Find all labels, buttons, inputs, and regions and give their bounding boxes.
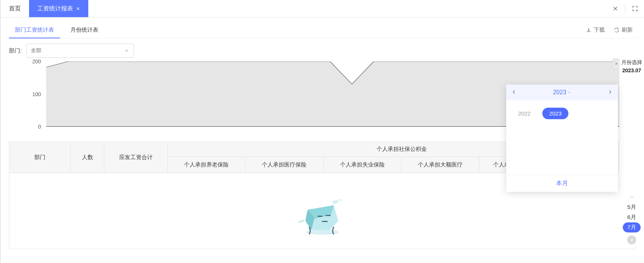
month-side-panel: 月份选择 2023.07 5月6月7月: [619, 55, 644, 244]
close-panel-icon[interactable]: [609, 3, 621, 15]
svg-rect-4: [322, 221, 328, 222]
dept-select[interactable]: 全部: [26, 44, 134, 58]
year-option[interactable]: 2022: [511, 108, 537, 119]
refresh-button[interactable]: 刷新: [614, 26, 633, 34]
ytick-100: 100: [32, 91, 41, 97]
scroll-down-icon[interactable]: [627, 235, 636, 244]
scroll-up-icon[interactable]: [629, 196, 635, 199]
this-month-button[interactable]: 本月: [506, 175, 618, 192]
empty-robot-icon: [296, 192, 349, 238]
year-display[interactable]: 2023: [553, 89, 571, 96]
close-icon[interactable]: ✕: [76, 6, 80, 12]
ytick-200: 200: [32, 58, 41, 64]
year-picker-popover: 2023 20222023 本月: [506, 85, 618, 192]
fullscreen-icon[interactable]: [629, 3, 641, 15]
divider: [625, 3, 625, 14]
svg-rect-3: [326, 215, 331, 216]
month-panel-current: 2023.07: [622, 67, 641, 73]
th-count: 人数: [71, 142, 104, 173]
month-option[interactable]: 6月: [623, 212, 640, 222]
ytick-0: 0: [38, 124, 41, 130]
month-option[interactable]: 5月: [623, 202, 640, 212]
chevron-down-icon: [124, 48, 129, 53]
download-button[interactable]: 下载: [586, 26, 605, 34]
download-icon: [586, 27, 591, 33]
next-year-icon[interactable]: [607, 89, 613, 96]
top-tabbar: 首页 工资统计报表 ✕: [1, 0, 644, 18]
refresh-icon: [614, 27, 619, 33]
month-option[interactable]: 7月: [623, 222, 640, 232]
collapse-panel-icon[interactable]: [613, 58, 619, 69]
th-sub-2: 个人承担失业保险: [324, 157, 402, 173]
tab-salary-report[interactable]: 工资统计报表 ✕: [29, 0, 88, 17]
th-total: 应发工资合计: [104, 142, 168, 173]
chevron-down-icon: [567, 91, 571, 94]
prev-year-icon[interactable]: [511, 89, 517, 96]
year-option[interactable]: 2023: [542, 108, 568, 119]
th-sub-1: 个人承担医疗保险: [245, 157, 323, 173]
svg-point-0: [340, 199, 341, 201]
subtab-month-report[interactable]: 月份统计表: [62, 22, 107, 38]
th-sub-0: 个人承担养老保险: [168, 157, 245, 173]
dept-filter-label: 部门:: [9, 47, 22, 54]
tab-home[interactable]: 首页: [1, 0, 29, 17]
th-dept: 部门: [9, 142, 71, 173]
svg-rect-2: [317, 216, 323, 217]
month-panel-title: 月份选择: [621, 59, 642, 66]
subtab-dept-report[interactable]: 部门工资统计表: [7, 22, 62, 38]
th-sub-3: 个人承担大额医疗: [402, 157, 479, 173]
